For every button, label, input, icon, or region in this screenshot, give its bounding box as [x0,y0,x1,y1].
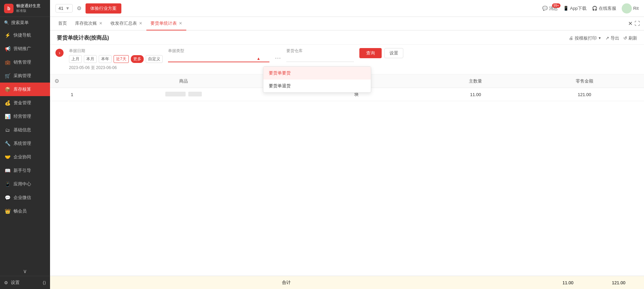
page-header: 要货单统计表(按商品) 🖨 按模板打印 ▼ ↗ 导出 ↺ 刷新 [50,30,644,45]
tabs-actions: ✕ ⛶ [628,20,640,27]
tab-expand-button[interactable]: ⛶ [635,21,640,27]
query-button[interactable]: 查询 [359,48,382,58]
sidebar-nav: ⚡ 快捷导航 📢 营销推广 💼 销售管理 🛒 采购管理 📦 库存核算 💰 资金管… [0,28,50,267]
app-center-icon: 📱 [4,181,11,187]
table-footer: 合计 11.00 121.00 [50,276,644,289]
export-button[interactable]: ↗ 导出 [605,35,619,41]
sidebar-item-wechat-biz[interactable]: 💬 企业微信 [0,191,50,204]
tab-inventory-batch[interactable]: 库存批次账 ✕ [71,17,106,30]
sidebar-item-quick-nav[interactable]: ⚡ 快捷导航 [0,28,50,42]
sidebar-settings[interactable]: ⚙ 设置 ⟨⟩ [0,276,50,289]
sidebar-item-marketing[interactable]: 📢 营销推广 [0,42,50,55]
type-dropdown: 要货单要货 要货单退货 [263,66,371,93]
sidebar-item-system[interactable]: 🔧 系统管理 [0,137,50,150]
filter-date-options: 上月 本月 本年 近7天 更多 自定义 [69,55,163,63]
filter-type-group: 单据类型 ▲ [168,48,269,62]
product-placeholder-1 [165,92,186,96]
product-placeholder-2 [188,92,202,96]
export-icon: ↗ [605,36,609,41]
filter-this-month[interactable]: 本月 [84,55,97,63]
sidebar-item-operations[interactable]: 📊 经营管理 [0,110,50,123]
enterprise-icon: 🤝 [4,154,11,160]
sidebar-item-purchase[interactable]: 🛒 采购管理 [0,69,50,83]
table-header-settings: ⚙ [50,74,64,88]
app-download-button[interactable]: 📱 App下载 [563,5,587,12]
sidebar-item-inventory[interactable]: 📦 库存核算 [0,83,50,96]
table-cell-settings [50,88,64,101]
filter-expand-button[interactable]: › [55,49,64,57]
user-name: Rit [633,6,639,11]
table-header-amount: 零售金额 [525,74,644,88]
gear-icon[interactable]: ⚙ [77,5,81,12]
system-icon: 🔧 [4,140,11,147]
sidebar-item-member[interactable]: 👑 畅会员 [0,204,50,218]
refresh-button[interactable]: ↺ 刷新 [623,35,637,41]
sidebar-item-guide[interactable]: 📖 新手引导 [0,164,50,177]
sidebar-item-basic-info[interactable]: 🗂 基础信息 [0,123,50,137]
dropdown-item-order-return[interactable]: 要货单退货 [263,80,371,92]
tab-home[interactable]: 首页 [54,17,71,30]
sidebar-item-app-center[interactable]: 📱 应用中心 [0,177,50,191]
filter-date-label: 单据日期 [69,48,163,54]
quick-nav-icon: ⚡ [4,32,11,39]
filter-this-year[interactable]: 本年 [99,55,112,63]
tab-receive-summary[interactable]: 收发存汇总表 ✕ [106,17,146,30]
sidebar-scroll-down[interactable]: ∨ [0,267,50,276]
filter-warehouse-label: 要货仓库 [286,48,354,54]
header-left: 41 ▼ ⚙ 体验行业方案 [55,3,121,14]
setting-button[interactable]: 设置 [384,48,403,58]
footer-quantity: 11.00 [543,280,593,285]
operations-icon: 📊 [4,113,11,120]
sidebar-search[interactable]: 🔍 搜索菜单 [0,17,50,28]
filter-date-range: 2023-05-06 至 2023-06-06 [69,65,163,71]
tab-close-order-summary[interactable]: ✕ [179,21,182,26]
inventory-icon: 📦 [4,86,11,93]
tab-close-all-button[interactable]: ✕ [628,20,633,27]
trial-industry-button[interactable]: 体验行业方案 [86,3,121,14]
page-actions: 🖨 按模板打印 ▼ ↗ 导出 ↺ 刷新 [569,35,637,41]
tab-order-summary[interactable]: 要货单统计表 ✕ [146,17,186,30]
store-selector[interactable]: 41 ▼ [55,4,73,13]
sidebar-item-enterprise[interactable]: 🤝 企业协同 [0,150,50,164]
tab-close-receive-summary[interactable]: ✕ [139,21,142,26]
filter-type-input[interactable] [168,55,256,62]
refresh-icon: ↺ [623,36,627,41]
filter-warehouse-input[interactable] [286,55,347,62]
print-icon: 🖨 [569,36,573,41]
sales-icon: 💼 [4,59,11,66]
sidebar-item-sales[interactable]: 💼 销售管理 [0,55,50,69]
filter-dots-btn[interactable]: ⋯ [275,54,281,62]
filter-last-7days[interactable]: 近7天 [114,55,129,63]
store-number: 41 [58,6,63,11]
filter-bar: › 单据日期 上月 本月 本年 近7天 更多 自定义 2023-05-06 至 … [50,45,644,74]
user-avatar-area[interactable]: Rit [622,3,639,14]
sidebar-item-finance[interactable]: 💰 资金管理 [0,96,50,110]
more-options-icon[interactable]: ⋯ [275,54,281,62]
table-header-rownum [64,74,80,88]
guide-icon: 📖 [4,167,11,174]
filter-action-group: 查询 设置 [359,48,403,59]
filter-custom-date[interactable]: 自定义 [146,55,163,63]
dropdown-item-order-goods[interactable]: 要货单要货 [263,67,371,80]
store-dropdown-icon: ▼ [65,6,70,11]
filter-more-dates[interactable]: 更多 [131,55,144,63]
sidebar-collapse-icon[interactable]: ⟨⟩ [43,280,46,285]
filter-prev-month[interactable]: 上月 [69,55,82,63]
tab-close-inventory-batch[interactable]: ✕ [99,21,102,26]
filter-warehouse-input-wrapper[interactable] [286,55,354,62]
sidebar: b 畅捷通好生意 标准版 🔍 搜索菜单 ⚡ 快捷导航 📢 营销推广 💼 销售管理… [0,0,50,289]
table-cell-product [80,88,287,101]
filter-type-input-wrapper[interactable]: ▲ [168,55,269,62]
filter-type-dropdown-icon[interactable]: ▲ [256,55,261,62]
app-logo-text: 畅捷通好生意 标准版 [16,3,41,14]
settings-icon: ⚙ [4,280,8,285]
page: 要货单统计表(按商品) 🖨 按模板打印 ▼ ↗ 导出 ↺ 刷新 [50,30,644,275]
table-settings-icon[interactable]: ⚙ [54,78,59,84]
message-button[interactable]: 💬 消息 99+ [542,5,558,12]
header: 41 ▼ ⚙ 体验行业方案 💬 消息 99+ 📱 App下载 🎧 在线客服 [50,0,644,17]
online-service-button[interactable]: 🎧 在线客服 [592,5,616,12]
service-icon: 🎧 [592,6,597,11]
sidebar-logo: b 畅捷通好生意 标准版 [0,0,50,17]
main-area: 41 ▼ ⚙ 体验行业方案 💬 消息 99+ 📱 App下载 🎧 在线客服 [50,0,644,289]
print-button[interactable]: 🖨 按模板打印 ▼ [569,35,601,41]
